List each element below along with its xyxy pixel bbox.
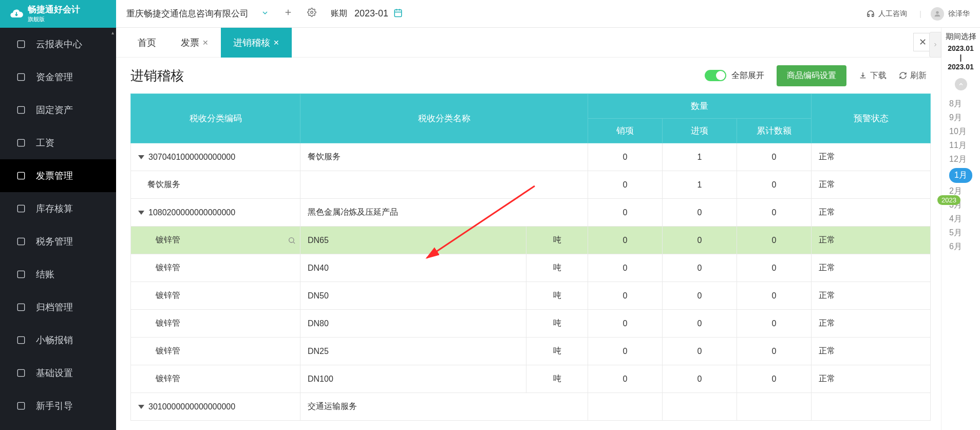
sidebar-item-4[interactable]: 发票管理 xyxy=(0,159,116,192)
expand-all-toggle[interactable] xyxy=(705,70,726,81)
play-icon xyxy=(15,400,27,412)
brand-edition: 旗舰版 xyxy=(28,16,80,22)
rail-collapse-icon[interactable] xyxy=(929,32,941,58)
year-badge: 2023 xyxy=(937,195,960,205)
cell-name: 镀锌管 xyxy=(131,310,300,338)
company-dropdown-icon[interactable] xyxy=(261,9,269,18)
table-row[interactable]: 镀锌管DN40吨000正常 xyxy=(131,254,931,282)
cell-code: 1080200000000000000 xyxy=(131,199,300,227)
col-quantity-group: 数量 xyxy=(588,94,812,119)
cell-spec: DN100 xyxy=(300,365,526,393)
svg-rect-14 xyxy=(17,238,24,245)
table-row[interactable]: 镀锌管DN25吨000正常 xyxy=(131,338,931,365)
search-icon[interactable] xyxy=(288,236,296,245)
cell-in: 1 xyxy=(663,171,737,199)
rail-title: 期间选择 xyxy=(946,32,976,42)
cell-sum: 0 xyxy=(737,199,812,227)
tree-collapse-icon[interactable] xyxy=(138,211,144,215)
rail-range: 2023.01|2023.01 xyxy=(948,44,974,72)
wallet-icon xyxy=(15,137,27,148)
table-row[interactable]: 镀锌管DN80吨000正常 xyxy=(131,310,931,338)
table-row[interactable]: 镀锌管DN65吨000正常 xyxy=(131,227,931,254)
month-option[interactable]: 8月 xyxy=(949,99,972,109)
scroll-up-icon[interactable]: ▴ xyxy=(111,30,114,35)
sidebar-item-11[interactable]: 新手引导 xyxy=(0,389,116,422)
cell-alert: 正常 xyxy=(812,227,931,254)
cell-alert: 正常 xyxy=(812,199,931,227)
sidebar-item-0[interactable]: 云报表中心 xyxy=(0,28,116,61)
cell-spec: DN80 xyxy=(300,310,526,338)
cell-in xyxy=(663,393,737,421)
settings-icon[interactable] xyxy=(307,8,316,20)
refresh-button[interactable]: 刷新 xyxy=(899,70,927,81)
table-row[interactable]: 3070401000000000000餐饮服务010正常 xyxy=(131,143,931,171)
brand: 畅捷通好会计 旗舰版 xyxy=(0,0,116,28)
download-button[interactable]: 下载 xyxy=(859,70,887,81)
cell-out: 0 xyxy=(588,227,663,254)
rail-scroll-up-icon[interactable] xyxy=(955,78,967,90)
sidebar-item-6[interactable]: 税务管理 xyxy=(0,225,116,258)
month-option[interactable]: 1月 xyxy=(949,168,972,183)
sidebar-item-5[interactable]: 库存核算 xyxy=(0,192,116,225)
period-label: 账期 xyxy=(331,8,347,19)
cell-in: 0 xyxy=(663,254,737,282)
period-rail: 期间选择 2023.01|2023.01 8月9月10月11月12月1月2月3月… xyxy=(941,28,980,430)
close-icon[interactable]: ✕ xyxy=(202,39,209,47)
month-option[interactable]: 11月 xyxy=(949,140,972,151)
calendar-icon[interactable] xyxy=(393,8,403,19)
archive-icon xyxy=(15,302,27,313)
cell-name: 黑色金属冶炼及压延产品 xyxy=(300,199,588,227)
cell-alert: 正常 xyxy=(812,365,931,393)
table-row[interactable]: 1080200000000000000黑色金属冶炼及压延产品000正常 xyxy=(131,199,931,227)
tree-collapse-icon[interactable] xyxy=(138,405,144,409)
svg-rect-12 xyxy=(17,172,24,179)
sidebar-item-label: 云报表中心 xyxy=(36,38,82,50)
sidebar-item-10[interactable]: 基础设置 xyxy=(0,357,116,389)
cell-name: 餐饮服务 xyxy=(131,171,300,199)
sidebar-item-label: 新手引导 xyxy=(36,400,73,412)
sidebar-item-label: 税务管理 xyxy=(36,235,73,248)
tabbar: 首页发票✕进销稽核✕ ✕ xyxy=(116,28,941,58)
sidebar-item-label: 归档管理 xyxy=(36,301,73,313)
table-row[interactable]: 镀锌管DN50吨000正常 xyxy=(131,282,931,310)
lock-icon xyxy=(15,269,27,280)
tree-collapse-icon[interactable] xyxy=(138,155,144,159)
sidebar-item-7[interactable]: 结账 xyxy=(0,258,116,291)
svg-rect-11 xyxy=(17,139,24,146)
tab-label: 发票 xyxy=(181,36,199,49)
month-option[interactable]: 9月 xyxy=(949,113,972,123)
close-icon[interactable]: ✕ xyxy=(273,39,279,47)
cell-name: 镀锌管 xyxy=(131,227,300,254)
sidebar: ▴ 云报表中心资金管理固定资产工资发票管理库存核算税务管理结账归档管理小畅报销基… xyxy=(0,28,116,430)
table-row[interactable]: 餐饮服务010正常 xyxy=(131,171,931,199)
tab-2[interactable]: 进销稽核✕ xyxy=(221,28,292,58)
sidebar-item-8[interactable]: 归档管理 xyxy=(0,291,116,324)
month-option[interactable]: 12月 xyxy=(949,154,972,165)
add-icon[interactable] xyxy=(284,8,293,20)
sidebar-item-1[interactable]: 资金管理 xyxy=(0,61,116,94)
month-option[interactable]: 5月 xyxy=(949,228,972,238)
sidebar-item-3[interactable]: 工资 xyxy=(0,126,116,159)
cell-in: 0 xyxy=(663,199,737,227)
user-menu[interactable]: 徐泽华 xyxy=(931,7,970,21)
table-row[interactable]: 3010000000000000000交通运输服务 xyxy=(131,393,931,421)
col-alert: 预警状态 xyxy=(812,94,931,143)
month-option[interactable]: 4月 xyxy=(949,214,972,225)
svg-rect-9 xyxy=(17,73,24,80)
sidebar-item-label: 结账 xyxy=(36,268,54,281)
product-code-settings-button[interactable]: 商品编码设置 xyxy=(777,65,846,86)
support-link[interactable]: 人工咨询 xyxy=(866,9,907,18)
cell-spec: DN50 xyxy=(300,282,526,310)
col-tax-code: 税收分类编码 xyxy=(131,94,300,143)
company-name[interactable]: 重庆畅捷交通信息咨询有限公司 xyxy=(126,8,249,20)
table-row[interactable]: 镀锌管DN100吨000正常 xyxy=(131,365,931,393)
month-option[interactable]: 6月 xyxy=(949,241,972,252)
tab-0[interactable]: 首页 xyxy=(125,28,168,58)
sidebar-item-2[interactable]: 固定资产 xyxy=(0,94,116,126)
month-option[interactable]: 10月 xyxy=(949,126,972,137)
expand-all-label: 全部展开 xyxy=(731,70,764,81)
sidebar-item-9[interactable]: 小畅报销 xyxy=(0,324,116,357)
cell-unit: 吨 xyxy=(526,282,588,310)
svg-point-2 xyxy=(311,11,313,14)
tab-1[interactable]: 发票✕ xyxy=(168,28,221,58)
